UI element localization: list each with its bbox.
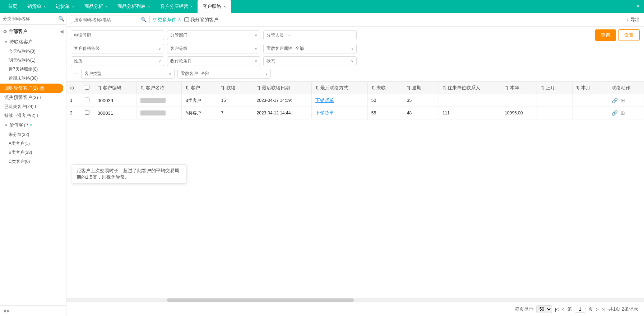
c-class-customers[interactable]: C类客户(6) [0,157,66,166]
lost-customers[interactable]: 已流失客户(24) ℹ [0,102,66,111]
col-name: ⇅ 客户名称 [137,82,182,94]
nav-close-customer-tier[interactable]: × [190,4,193,9]
row2-actions: 🔗 ⊞ [612,110,640,116]
value-section-title[interactable]: ▼ 价值客户 ✎ [0,120,66,130]
settings-button[interactable]: 设置 [618,29,640,41]
per-page-select[interactable]: 50 [536,305,552,313]
overdue-waiting[interactable]: 逾期未联络(30) [0,74,66,83]
col-action: 联络动作 [608,82,644,94]
today-waiting[interactable]: 今天待联络(0) [0,47,66,56]
nav-close-purchase-order[interactable]: × [72,4,74,9]
main-layout: 🔍 ⚙ 全部客户 ◀ ▼ 待联络客户 今天待联络(0) 明天待联络(1) 近7天… [0,13,644,316]
all-customers-header[interactable]: ⚙ 全部客户 ◀ [0,26,66,37]
department-dropdown-icon: ∨ [255,33,257,37]
customer-search-icon[interactable]: 🔍 [141,17,147,22]
edit-value-icon[interactable]: ✎ [29,123,33,128]
prev-btn[interactable]: < [562,307,565,312]
filter-row-2: 客户价格等级 ∨ 客户等级 ∨ 零散客户属性 全部 ∨ [71,44,640,53]
nav-product-analysis[interactable]: 商品分析 × [79,0,112,13]
a-class-customers[interactable]: A类客户(1) [0,139,66,148]
collapse-icon[interactable]: ◀ [60,29,63,34]
department-filter[interactable]: 分管部门 ∨ [167,30,260,40]
row1-grid-icon[interactable]: ⊞ [621,98,625,103]
nav-customer-contact[interactable]: 客户联络 × [198,0,231,13]
nav-close-product-analysis[interactable]: × [105,4,107,9]
sort-icon-last-month: ⇅ [541,85,545,90]
nav-sales-order[interactable]: 销货单 × [22,0,51,13]
row4-more[interactable]: ··· [72,71,77,77]
scrollbar-thumb[interactable] [167,298,354,302]
row1-this-month [572,94,608,107]
nav-product-analysis-list[interactable]: 商品分析列表 × [112,0,155,13]
churn-warning[interactable]: 流失预警客户(3) ℹ [0,93,66,102]
sidebar-search-input[interactable] [3,16,57,21]
value-arrow: ▼ [4,123,8,127]
select-all-checkbox[interactable] [85,85,89,90]
retail-customer-filter[interactable]: 零散客户 全部 ∨ [177,69,271,79]
row2-checkbox[interactable] [81,107,94,119]
nav-close-product-analysis-list[interactable]: × [148,4,150,9]
per-page-label: 每页显示 [515,306,533,312]
value-section: ▼ 价值客户 ✎ 未分组(32) A类客户(1) B类客户(33) C类客户(6… [0,120,66,166]
next-btn[interactable]: > [596,307,599,312]
row1-checkbox[interactable] [81,94,94,107]
customer-type-filter[interactable]: 客户类型 ∨ [81,69,175,79]
unassigned-group[interactable]: 未分组(32) [0,130,66,139]
export-button[interactable]: ↑ 导出 [627,16,640,23]
manager-more[interactable]: ··· [287,33,290,37]
waiting-section-title[interactable]: ▼ 待联络客户 [0,37,66,47]
row2-last-method[interactable]: 下销货单 [312,107,368,119]
row2-link-icon[interactable]: 🔗 [612,110,618,116]
payment-filter[interactable]: 收付款条件 ∨ [167,56,260,66]
b-class-customers[interactable]: B类客户(33) [0,148,66,157]
nav-customer-tier[interactable]: 客户分层经营 × [155,0,198,13]
row1-last-method[interactable]: 下销货单 [312,94,368,107]
nav-purchase-order[interactable]: 进货单 × [51,0,79,13]
retail-customer-dropdown: ∨ [265,72,268,76]
customer-level-filter[interactable]: 客户等级 ∨ [167,44,260,53]
close-all-button[interactable]: × [636,3,640,10]
col-checkbox[interactable] [81,82,94,94]
nav-close-sales-order[interactable]: × [43,4,46,9]
waiting-section: ▼ 待联络客户 今天待联络(0) 明天待联络(1) 近7天待联络(0) 逾期未联… [0,37,66,83]
sidebar-tree: ⚙ 全部客户 ◀ ▼ 待联络客户 今天待联络(0) 明天待联络(1) 近7天待联… [0,25,66,305]
phone-filter[interactable]: 电话号码 [71,30,164,40]
more-conditions-btn[interactable]: ▽ 更多条件 ∧ [153,16,181,23]
nav-close-customer-contact[interactable]: × [223,4,226,9]
row2-this-year: 10995.00 [501,107,537,119]
sidebar-search-icon[interactable]: 🔍 [58,16,64,22]
my-customers-checkbox[interactable] [184,17,189,22]
status-filter[interactable]: 状态 ∨ [263,56,357,66]
nav-home[interactable]: 首页 [3,0,22,13]
row2-action: 🔗 ⊞ [608,107,644,119]
my-customers-filter[interactable]: 我分管的客户 [184,16,218,23]
settings-icon[interactable]: ⚙ [70,85,74,91]
manager-filter[interactable]: 分管人员 ··· [263,30,357,40]
repurchase-abnormal[interactable]: 回购异常客户(2) ? [0,84,63,93]
advanced-filter: 电话号码 分管部门 ∨ 分管人员 ··· 查询 设置 客户价格等级 [66,27,644,82]
page-number-input[interactable] [575,306,585,313]
row2-grid-icon[interactable]: ⊞ [621,110,625,116]
retail-attr-dropdown: ∨ [351,47,353,51]
customer-search-input[interactable] [74,17,141,22]
chevron-down-icon: ∧ [178,17,181,22]
waiting-arrow: ▼ [4,40,8,44]
price-level-filter[interactable]: 客户价格等级 ∨ [71,44,164,53]
retail-attr-filter[interactable]: 零散客户属性 全部 ∨ [263,44,357,53]
sort-icon-this-month: ⇅ [576,85,580,90]
row1-select[interactable] [85,98,89,102]
prev-first-btn[interactable]: |< [555,307,559,312]
tomorrow-waiting[interactable]: 明天待联络(1) [0,56,66,65]
gender-filter[interactable]: 性质 ∨ [71,56,164,66]
horizontal-scrollbar[interactable] [66,298,644,302]
next-last-btn[interactable]: >| [602,307,606,312]
row2-last-month [537,107,572,119]
row1-link-icon[interactable]: 🔗 [612,98,618,103]
col-settings[interactable]: ⚙ [66,82,81,94]
declining-customers[interactable]: 持续下滑客户(2) ℹ [0,111,66,120]
row2-select[interactable] [85,110,89,115]
sort-icon-date: ⇅ [257,85,261,90]
week-waiting[interactable]: 近7天待联络(0) [0,65,66,74]
row1-contacts [439,94,501,107]
query-button[interactable]: 查询 [595,29,616,41]
